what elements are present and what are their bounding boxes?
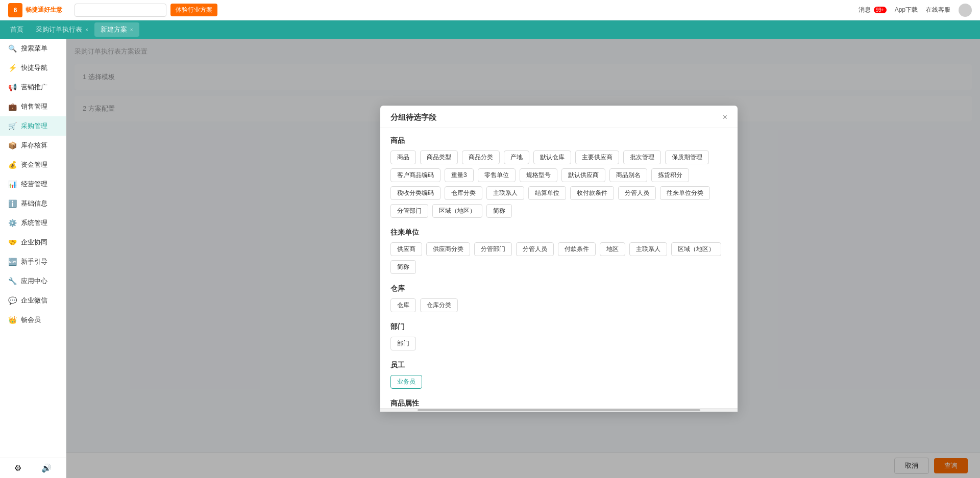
sidebar-label-search: 搜索菜单 (21, 44, 47, 53)
field-tag-alias[interactable]: 商品别名 (609, 168, 647, 182)
field-tag-weight[interactable]: 重量3 (445, 168, 474, 182)
audio-icon[interactable]: 🔊 (41, 463, 52, 473)
field-tag-retail-unit[interactable]: 零售单位 (478, 168, 516, 182)
field-tag-product[interactable]: 商品 (390, 150, 416, 164)
sidebar-label-apps: 应用中心 (21, 276, 47, 286)
sidebar-item-search[interactable]: 🔍 搜索菜单 (0, 39, 66, 58)
section-warehouse: 仓库 仓库 仓库分类 (390, 284, 727, 312)
experience-btn[interactable]: 体验行业方案 (170, 4, 217, 16)
field-tag-supplier-cat[interactable]: 供应商分类 (426, 242, 470, 256)
field-tag-warehouse[interactable]: 仓库 (390, 298, 416, 312)
main-layout: 🔍 搜索菜单 ⚡ 快捷导航 📢 营销推广 💼 销售管理 🛒 采购管理 📦 库存核… (0, 39, 980, 478)
section-dept-fields: 部门 (390, 337, 727, 350)
modal-close-btn[interactable]: × (723, 113, 727, 122)
tab-close-new-scheme[interactable]: × (130, 27, 133, 33)
notice-badge: 99+ (874, 7, 887, 13)
tab-home[interactable]: 首页 (4, 22, 30, 37)
field-tag-customer-code[interactable]: 客户商品编码 (390, 168, 440, 182)
field-tag-salesperson[interactable]: 业务员 (390, 375, 422, 389)
field-tag-default-warehouse[interactable]: 默认仓库 (533, 150, 571, 164)
modal-body: 商品 商品 商品类型 商品分类 产地 默认仓库 主要供应商 批次管理 保质期管理… (380, 128, 738, 408)
field-tag-region[interactable]: 区域（地区） (432, 204, 482, 218)
sidebar-label-finance: 资金管理 (21, 160, 47, 169)
field-tag-pick-points[interactable]: 拣货积分 (651, 168, 689, 182)
ops-icon: 📊 (8, 180, 17, 188)
field-tag-payment-condition[interactable]: 付款条件 (558, 242, 596, 256)
logo-icon: 6 (8, 3, 22, 17)
logo-text: 畅捷通好生意 (26, 6, 62, 14)
tabbar: 首页 采购订单执行表 × 新建方案 × (0, 20, 980, 39)
section-product-attr-label: 商品属性 (390, 399, 727, 408)
sidebar-item-purchase[interactable]: 🛒 采购管理 (0, 116, 66, 136)
field-tag-dept[interactable]: 分管部门 (390, 204, 428, 218)
field-tag-main-supplier[interactable]: 主要供应商 (575, 150, 619, 164)
sidebar-label-wechat: 企业微信 (21, 296, 47, 305)
sidebar-item-basic[interactable]: ℹ️ 基础信息 (0, 194, 66, 213)
app-download-link[interactable]: App下载 (895, 6, 918, 14)
topbar: 6 畅捷通好生意 体验行业方案 消息 99+ App下载 在线客服 (0, 0, 980, 20)
field-tag-product-type[interactable]: 商品类型 (420, 150, 458, 164)
field-tag-area[interactable]: 地区 (600, 242, 625, 256)
section-employee-fields: 业务员 (390, 375, 727, 389)
field-tag-tax-code[interactable]: 税收分类编码 (390, 186, 440, 200)
topbar-search-input[interactable] (75, 4, 166, 17)
collab-icon: 🤝 (8, 238, 17, 246)
sidebar-item-system[interactable]: ⚙️ 系统管理 (0, 213, 66, 233)
section-dept-label: 部门 (390, 322, 727, 332)
field-tag-partner-short[interactable]: 简称 (390, 260, 416, 274)
modal-title: 分组待选字段 (390, 113, 436, 122)
field-tag-spec[interactable]: 规格型号 (520, 168, 557, 182)
sidebar-item-ops[interactable]: 📊 经营管理 (0, 174, 66, 194)
sidebar: 🔍 搜索菜单 ⚡ 快捷导航 📢 营销推广 💼 销售管理 🛒 采购管理 📦 库存核… (0, 39, 66, 478)
member-icon: 👑 (8, 316, 17, 324)
tab-purchase-exec[interactable]: 采购订单执行表 × (30, 22, 94, 37)
gear-icon[interactable]: ⚙ (14, 463, 21, 473)
sidebar-item-member[interactable]: 👑 畅会员 (0, 310, 66, 330)
field-tag-product-category[interactable]: 商品分类 (462, 150, 500, 164)
search-icon: 🔍 (8, 44, 17, 53)
field-tag-warehouse-category[interactable]: 仓库分类 (420, 298, 458, 312)
tab-close-purchase[interactable]: × (85, 27, 88, 33)
sidebar-item-newbie[interactable]: 🆕 新手引导 (0, 252, 66, 271)
sidebar-item-inventory[interactable]: 📦 库存核算 (0, 136, 66, 155)
field-tag-supplier[interactable]: 供应商 (390, 242, 422, 256)
field-select-modal: 分组待选字段 × 商品 商品 商品类型 商品分类 产地 默认仓库 主要供应商 (380, 106, 738, 412)
field-tag-batch[interactable]: 批次管理 (623, 150, 661, 164)
field-tag-settlement-unit[interactable]: 结算单位 (528, 186, 566, 200)
sidebar-item-apps[interactable]: 🔧 应用中心 (0, 271, 66, 291)
notice-link[interactable]: 消息 99+ (859, 6, 886, 14)
topbar-right: 消息 99+ App下载 在线客服 (859, 4, 972, 17)
sidebar-item-collab[interactable]: 🤝 企业协同 (0, 233, 66, 252)
field-tag-partner-contact[interactable]: 主联系人 (629, 242, 667, 256)
field-tag-origin[interactable]: 产地 (504, 150, 529, 164)
field-tag-main-contact[interactable]: 主联系人 (486, 186, 524, 200)
sidebar-label-inventory: 库存核算 (21, 141, 47, 150)
field-tag-warehouse-cat[interactable]: 仓库分类 (445, 186, 482, 200)
sidebar-item-quick[interactable]: ⚡ 快捷导航 (0, 58, 66, 78)
sidebar-label-marketing: 营销推广 (21, 83, 47, 92)
section-dept: 部门 部门 (390, 322, 727, 350)
sidebar-label-purchase: 采购管理 (21, 121, 47, 131)
field-tag-department[interactable]: 部门 (390, 337, 416, 350)
field-tag-expiry[interactable]: 保质期管理 (665, 150, 709, 164)
field-tag-partner-region[interactable]: 区域（地区） (671, 242, 721, 256)
section-product-fields: 商品 商品类型 商品分类 产地 默认仓库 主要供应商 批次管理 保质期管理 客户… (390, 150, 727, 218)
field-tag-payment-terms[interactable]: 收付款条件 (570, 186, 614, 200)
sidebar-label-system: 系统管理 (21, 218, 47, 228)
modal-header: 分组待选字段 × (380, 106, 738, 128)
field-tag-default-supplier[interactable]: 默认供应商 (561, 168, 605, 182)
field-tag-manager[interactable]: 分管人员 (618, 186, 656, 200)
field-tag-partner-mgr[interactable]: 分管人员 (516, 242, 554, 256)
sidebar-item-sales[interactable]: 💼 销售管理 (0, 97, 66, 116)
online-service-link[interactable]: 在线客服 (926, 6, 950, 14)
basic-icon: ℹ️ (8, 199, 17, 208)
modal-hscrollbar[interactable] (380, 408, 738, 412)
avatar[interactable] (959, 4, 972, 17)
tab-new-scheme[interactable]: 新建方案 × (94, 22, 139, 37)
sidebar-item-wechat[interactable]: 💬 企业微信 (0, 291, 66, 310)
field-tag-short-name[interactable]: 简称 (486, 204, 512, 218)
field-tag-partner-dept[interactable]: 分管部门 (474, 242, 512, 256)
sidebar-item-marketing[interactable]: 📢 营销推广 (0, 78, 66, 97)
field-tag-partner-cat[interactable]: 往来单位分类 (660, 186, 710, 200)
sidebar-item-finance[interactable]: 💰 资金管理 (0, 155, 66, 174)
